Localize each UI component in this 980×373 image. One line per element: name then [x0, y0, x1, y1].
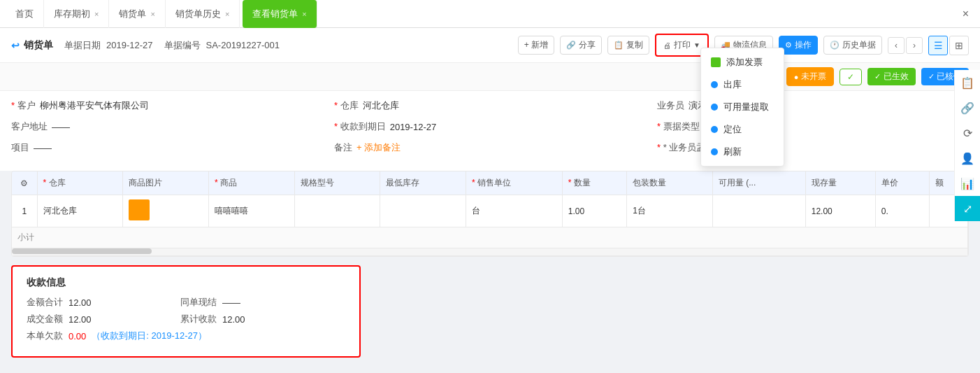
effective-status-btn[interactable]: ✓ 已生效 [867, 68, 915, 85]
tab-close-inventory[interactable]: × [94, 10, 99, 18]
nav-arrows: ‹ › [888, 37, 923, 54]
dropdown-outbound[interactable]: 出库 [701, 73, 784, 96]
address-value: —— [52, 122, 70, 132]
form-row-1: 客户 柳州粤港平安气体有限公司 仓库 河北仓库 业务员 演示账号 [11, 99, 969, 112]
table-row: 1 河北仓库 嘻嘻嘻嘻 台 1.00 1台 12.00 0. [12, 195, 968, 227]
payment-row-1: 金额合计 12.00 同单现结 —— [27, 296, 345, 309]
right-icon-expand[interactable]: ⤢ [955, 196, 980, 221]
cell-unit-price: 0. [875, 195, 929, 227]
right-icon-clipboard[interactable]: 📋 [955, 70, 980, 95]
col-sales-unit: * 销售单位 [466, 171, 562, 195]
toolbar-row: 📱 来自手机 ● 未开票 ✓ ✓ 已生效 ✓ 已核销 [0, 63, 980, 91]
project-value: —— [34, 143, 52, 153]
warehouse-value: 河北仓库 [363, 99, 399, 112]
tab-bar: 首页 库存期初 × 销货单 × 销货单历史 × 查看销货单 × × [0, 0, 980, 28]
add-remark-btn[interactable]: + 添加备注 [356, 141, 401, 154]
tab-home[interactable]: 首页 [6, 0, 44, 28]
cumulative-item: 累计收款 12.00 [180, 313, 306, 325]
col-warehouse: * 仓库 [37, 171, 123, 195]
warehouse-field: 仓库 河北仓库 [334, 99, 646, 112]
remark-field: 备注 + 添加备注 [334, 141, 646, 154]
tab-close-view-sales[interactable]: × [302, 10, 306, 18]
balance-note: （收款到期日: 2019-12-27） [92, 330, 207, 342]
confirm-btn[interactable]: ✓ [840, 69, 862, 85]
locate-icon [711, 126, 718, 133]
cell-package-qty: 1台 [627, 195, 713, 227]
doc-meta: 单据日期 2019-12-27 单据编号 SA-20191227-001 [64, 39, 280, 52]
customer-value: 柳州粤港平安气体有限公司 [40, 99, 149, 112]
product-table: ⚙ * 仓库 商品图片 * 商品 规格型号 最低库存 * 销售单位 * 数量 包… [12, 171, 968, 256]
nav-prev[interactable]: ‹ [888, 37, 905, 54]
col-min-stock: 最低库存 [380, 171, 466, 195]
cell-stock: 12.00 [805, 195, 875, 227]
balance-label: 本单欠款 [27, 330, 63, 342]
payment-date-field: 收款到期日 2019-12-27 [334, 120, 646, 133]
payment-title: 收款信息 [27, 276, 345, 289]
tab-inventory-init[interactable]: 库存期初 × [44, 0, 109, 28]
document-header: ↩ 销货单 单据日期 2019-12-27 单据编号 SA-20191227-0… [0, 28, 980, 63]
cell-warehouse: 河北仓库 [37, 195, 123, 227]
view-grid-btn[interactable]: ⊞ [949, 36, 969, 55]
history-button[interactable]: 🕐 历史单据 [823, 36, 882, 55]
tab-close-sales[interactable]: × [150, 10, 154, 18]
print-button[interactable]: 🖨 打印 ▼ [658, 36, 706, 54]
table-scrollbar[interactable] [12, 248, 152, 254]
cell-quantity: 1.00 [562, 195, 627, 227]
cell-sales-unit: 台 [466, 195, 562, 227]
tab-view-sales[interactable]: 查看销货单 × [243, 0, 317, 28]
not-opened-btn[interactable]: ● 未开票 [786, 67, 835, 86]
col-product-img: 商品图片 [123, 171, 209, 195]
outbound-icon [711, 81, 718, 88]
tab-close-history[interactable]: × [225, 10, 229, 18]
dropdown-add-invoice[interactable]: 添加发票 [701, 51, 784, 73]
balance-value: 0.00 [69, 331, 86, 342]
cell-spec [294, 195, 380, 227]
cumulative-value: 12.00 [222, 314, 245, 325]
dropdown-refresh[interactable]: 刷新 [701, 141, 784, 163]
view-list-btn[interactable]: ☰ [928, 36, 948, 55]
total-amount-value: 12.00 [69, 297, 92, 308]
add-invoice-icon [711, 57, 721, 67]
total-amount-item: 金额合计 12.00 [27, 296, 152, 309]
cell-seq: 1 [12, 195, 37, 227]
copy-button[interactable]: 📋 复制 [607, 36, 649, 55]
total-amount-label: 金额合计 [27, 296, 63, 309]
col-package-qty: 包装数量 [627, 171, 713, 195]
global-close-button[interactable]: × [957, 8, 974, 20]
cell-available [712, 195, 805, 227]
dropdown-locate[interactable]: 定位 [701, 118, 784, 141]
remark-label: 备注 [334, 141, 352, 154]
right-icon-refresh[interactable]: ⟳ [955, 120, 980, 146]
table-header-row: ⚙ * 仓库 商品图片 * 商品 规格型号 最低库存 * 销售单位 * 数量 包… [12, 171, 968, 195]
form-row-2: 客户地址 —— 收款到期日 2019-12-27 票据类型 不开票 [11, 120, 969, 133]
right-icon-chart[interactable]: 📊 [955, 171, 980, 196]
same-order-item: 同单现结 —— [180, 296, 306, 309]
payment-date-label: 收款到期日 [334, 120, 386, 133]
new-button[interactable]: + 新增 [518, 36, 554, 55]
ticket-type-label: 票据类型 [657, 120, 700, 133]
operations-button[interactable]: ⚙ 操作 [779, 36, 818, 55]
payment-info-box: 收款信息 金额合计 12.00 同单现结 —— 成交金额 12.00 累计收款 … [11, 265, 361, 358]
nav-next[interactable]: › [906, 37, 923, 54]
col-unit-price: 单价 [875, 171, 929, 195]
customer-label: 客户 [11, 99, 36, 112]
tab-sales-history[interactable]: 销货单历史 × [166, 0, 240, 28]
subtotal-label: 小计 [12, 227, 968, 248]
col-stock: 现存量 [805, 171, 875, 195]
payment-row-2: 成交金额 12.00 累计收款 12.00 [27, 313, 345, 325]
right-icon-user[interactable]: 👤 [955, 146, 980, 171]
share-button[interactable]: 🔗 分享 [560, 36, 602, 55]
scrollbar-row [12, 248, 968, 256]
transaction-item: 成交金额 12.00 [27, 313, 152, 325]
project-field: 项目 —— [11, 141, 323, 154]
transaction-value: 12.00 [69, 314, 92, 325]
tab-sales-order[interactable]: 销货单 × [109, 0, 165, 28]
refresh-icon [711, 148, 718, 155]
same-order-value: —— [222, 297, 240, 308]
cell-product: 嘻嘻嘻嘻 [208, 195, 294, 227]
right-icon-link[interactable]: 🔗 [955, 95, 980, 120]
col-settings[interactable]: ⚙ [12, 171, 37, 195]
operations-dropdown: 添加发票 出库 可用量提取 定位 刷新 [700, 48, 784, 167]
dropdown-available-qty[interactable]: 可用量提取 [701, 96, 784, 118]
address-field: 客户地址 —— [11, 120, 323, 133]
